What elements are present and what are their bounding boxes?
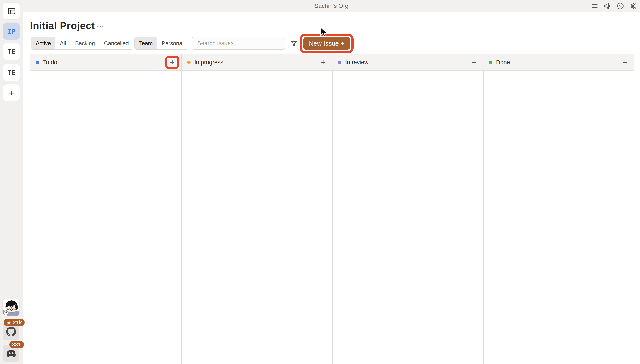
layout-icon <box>7 7 16 16</box>
avatar-illustration <box>2 299 20 316</box>
add-issue-todo-button[interactable]: + <box>169 58 176 66</box>
filter-funnel-icon[interactable] <box>289 39 298 48</box>
github-icon <box>6 327 16 336</box>
svg-text:?: ? <box>619 4 621 8</box>
add-issue-done-button[interactable]: + <box>622 58 628 66</box>
board-column-headers: To do + In progress + In review + Done + <box>30 54 634 71</box>
menu-icon[interactable] <box>591 2 598 10</box>
add-workspace-button[interactable]: + <box>3 84 20 101</box>
column-in-review <box>332 71 483 364</box>
settings-gear-icon[interactable] <box>629 2 637 10</box>
column-header-in-review: In review + <box>332 54 483 70</box>
column-in-progress <box>181 71 332 364</box>
user-avatar[interactable] <box>2 299 20 316</box>
tab-backlog[interactable]: Backlog <box>71 37 100 50</box>
tab-all[interactable]: All <box>56 37 71 50</box>
column-header-done: Done + <box>483 54 634 70</box>
discord-icon <box>6 349 16 358</box>
workspace-tile-te-2[interactable]: TE <box>3 64 20 81</box>
column-header-todo: To do + <box>30 54 181 70</box>
top-header: Sachin's Org ? <box>23 0 640 12</box>
workspace-tile-te-1[interactable]: TE <box>3 43 20 60</box>
project-more-button[interactable]: ··· <box>97 23 104 30</box>
search-input[interactable] <box>192 37 285 50</box>
status-dot-in-progress <box>187 60 191 64</box>
status-dot-done <box>489 60 492 64</box>
scope-filter-tabs: Team Personal <box>134 37 188 50</box>
sidebar: IP TE TE + ★ 21k <box>0 0 23 364</box>
status-dot-in-review <box>338 60 342 64</box>
tab-team[interactable]: Team <box>134 37 157 50</box>
github-stars-badge: ★ 21k <box>4 318 25 326</box>
discord-members-badge: 331 <box>10 341 24 348</box>
announcements-icon[interactable] <box>604 2 611 10</box>
column-label: Done <box>496 59 510 66</box>
column-todo <box>30 71 181 364</box>
column-label: In progress <box>194 59 224 66</box>
add-issue-in-progress-button[interactable]: + <box>320 58 326 66</box>
status-dot-todo <box>36 60 39 64</box>
column-label: In review <box>345 59 368 66</box>
mouse-cursor <box>319 26 328 38</box>
org-name: Sachin's Org <box>314 2 348 10</box>
workspace-switcher-button[interactable] <box>3 2 20 20</box>
help-icon[interactable]: ? <box>616 2 624 10</box>
column-label: To do <box>43 59 57 66</box>
column-header-in-progress: In progress + <box>181 54 332 70</box>
page-title: Initial Project <box>30 20 95 32</box>
column-done <box>483 71 634 364</box>
workspace-tile-ip[interactable]: IP <box>3 23 20 40</box>
status-filter-tabs: Active All Backlog Cancelled <box>31 37 134 50</box>
tab-active[interactable]: Active <box>31 37 56 50</box>
new-issue-button[interactable]: New Issue + <box>303 37 350 50</box>
board-columns <box>30 71 634 364</box>
tab-cancelled[interactable]: Cancelled <box>100 37 133 50</box>
add-issue-in-review-button[interactable]: + <box>471 58 477 66</box>
header-actions: ? <box>591 0 637 12</box>
tab-personal[interactable]: Personal <box>157 37 188 50</box>
